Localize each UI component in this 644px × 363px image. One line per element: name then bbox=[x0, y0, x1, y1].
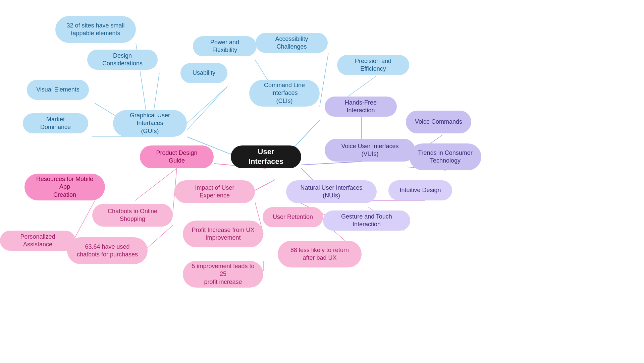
gesture-node: Gesture and Touch Interaction bbox=[323, 210, 410, 231]
gui-node: Graphical User Interfaces(GUIs) bbox=[113, 110, 187, 137]
vui-node: Voice User Interfaces (VUIs) bbox=[325, 139, 415, 162]
visual-node: Visual Elements bbox=[27, 80, 89, 100]
market-node: Market Dominance bbox=[23, 113, 88, 133]
chatbots-node: Chatbots in Online Shopping bbox=[92, 204, 173, 227]
svg-line-17 bbox=[255, 180, 275, 190]
svg-line-10 bbox=[301, 162, 362, 165]
svg-line-4 bbox=[187, 86, 227, 130]
personal-node: Personalized Assistance bbox=[0, 231, 75, 251]
svg-line-6 bbox=[320, 53, 328, 107]
ux-node: Impact of User Experience bbox=[174, 180, 255, 203]
access-node: Accessibility Challenges bbox=[256, 33, 328, 53]
five-improve-node: 5 improvement leads to 25profit increase bbox=[183, 261, 263, 288]
retention-node: User Retention bbox=[263, 207, 323, 227]
usability-node: Usability bbox=[180, 63, 227, 83]
svg-line-22 bbox=[144, 225, 173, 251]
intuitive-node: Intuitive Design bbox=[388, 180, 452, 200]
trends-node: Trends in ConsumerTechnology bbox=[409, 143, 481, 170]
svg-line-27 bbox=[187, 86, 227, 123]
mobile-node: Resources for Mobile AppCreation bbox=[24, 174, 105, 200]
profit-node: Profit Increase from UXImprovement bbox=[183, 221, 263, 247]
tappable-node: 32 of sites have small tappable elements bbox=[55, 16, 136, 43]
bad-ux-node: 88 less likely to return after bad UX bbox=[278, 241, 362, 267]
cli-node: Command Line Interfaces(CLIs) bbox=[249, 80, 320, 107]
power-node: Power and Flexibility bbox=[193, 36, 257, 56]
handsfree-node: Hands-Free Interaction bbox=[325, 97, 397, 117]
nui-node: Natural User Interfaces (NUIs) bbox=[286, 180, 377, 203]
design-cons-node: Design Considerations bbox=[87, 50, 158, 70]
precision-node: Precision and Efficiency bbox=[337, 55, 409, 75]
center-node: User Interfaces bbox=[231, 145, 301, 168]
svg-line-19 bbox=[135, 168, 177, 200]
pdg-node: Product Design Guide bbox=[140, 145, 214, 168]
voice-cmd-node: Voice Commands bbox=[406, 111, 471, 133]
chatbot-pct-node: 63.64 have used chatbots for purchases bbox=[67, 237, 148, 264]
